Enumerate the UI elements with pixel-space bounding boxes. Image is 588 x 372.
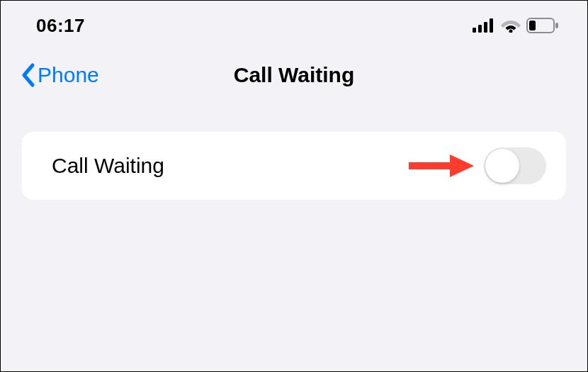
back-button-label: Phone bbox=[38, 63, 99, 87]
svg-rect-6 bbox=[529, 21, 536, 30]
status-time: 06:17 bbox=[36, 15, 85, 37]
call-waiting-row: Call Waiting bbox=[22, 132, 566, 200]
svg-rect-0 bbox=[473, 28, 476, 33]
page-title: Call Waiting bbox=[234, 63, 355, 87]
status-bar: 06:17 bbox=[1, 1, 587, 43]
annotation-arrow-icon bbox=[406, 152, 474, 180]
toggle-knob bbox=[485, 149, 519, 183]
chevron-left-icon bbox=[21, 62, 36, 88]
back-button[interactable]: Phone bbox=[21, 62, 99, 88]
cellular-signal-icon bbox=[473, 18, 495, 33]
status-icons bbox=[473, 18, 559, 33]
call-waiting-label: Call Waiting bbox=[52, 154, 164, 178]
svg-rect-2 bbox=[484, 22, 487, 33]
svg-rect-1 bbox=[478, 25, 482, 33]
svg-point-4 bbox=[509, 30, 513, 33]
svg-rect-7 bbox=[555, 23, 558, 28]
navigation-bar: Phone Call Waiting bbox=[1, 43, 587, 93]
svg-marker-9 bbox=[450, 154, 474, 177]
call-waiting-toggle[interactable] bbox=[484, 147, 546, 184]
wifi-icon bbox=[501, 18, 521, 33]
content-area: Call Waiting bbox=[1, 93, 587, 200]
svg-rect-3 bbox=[490, 18, 493, 33]
battery-icon bbox=[526, 18, 559, 33]
